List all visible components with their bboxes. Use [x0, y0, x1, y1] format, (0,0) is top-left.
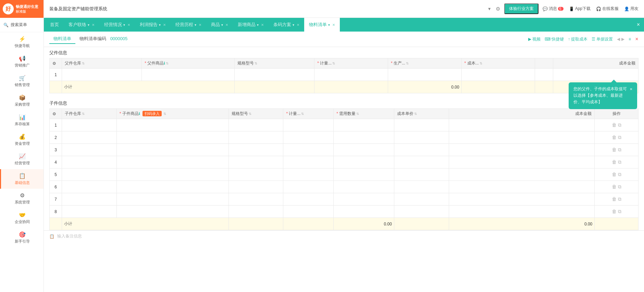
close-content-btn[interactable]: ✕	[635, 37, 639, 42]
parent-row-1-production[interactable]	[388, 69, 461, 81]
copy-icon-3[interactable]: ⧉	[618, 147, 621, 153]
child-row-1-qty[interactable]	[334, 119, 394, 131]
child-row-3-warehouse[interactable]	[62, 144, 117, 156]
child-row-4-unit-cost[interactable]	[394, 156, 449, 168]
child-row-5-qty[interactable]	[334, 168, 394, 181]
nav-next-btn[interactable]: ▶	[621, 37, 624, 42]
child-row-2-unit[interactable]	[283, 131, 334, 144]
child-row-8-qty[interactable]	[334, 206, 394, 218]
child-row-6-product[interactable]	[116, 181, 228, 193]
child-row-7-amount[interactable]	[449, 193, 595, 206]
sidebar-item-8[interactable]: ⚙系统管理	[0, 189, 44, 208]
child-row-1-unit-cost[interactable]	[394, 119, 449, 131]
delete-icon-8[interactable]: 🗑	[612, 209, 617, 214]
child-row-4-qty[interactable]	[334, 156, 394, 168]
tab-close-icon[interactable]: ✕	[199, 23, 201, 27]
app-download-btn[interactable]: 📱 App下载	[569, 6, 591, 12]
tab-close-icon[interactable]: ✕	[225, 23, 228, 27]
sidebar-item-9[interactable]: 🤝企业协同	[0, 208, 44, 228]
copy-icon-5[interactable]: ⧉	[618, 172, 621, 177]
nav-prev-btn[interactable]: ◀	[617, 37, 620, 42]
copy-icon-8[interactable]: ⧉	[618, 209, 621, 214]
child-row-5-product[interactable]	[116, 168, 228, 181]
child-row-2-warehouse[interactable]	[62, 131, 117, 144]
dropdown-arrow-icon[interactable]: ▼	[487, 7, 492, 11]
parent-row-1-warehouse[interactable]	[62, 69, 142, 81]
copy-icon-7[interactable]: ⧉	[618, 196, 621, 202]
child-row-7-product[interactable]	[116, 193, 228, 206]
child-row-5-unit-cost[interactable]	[394, 168, 449, 181]
sidebar-item-5[interactable]: 💰资金管理	[0, 130, 44, 150]
sidebar-item-3[interactable]: 📦采购管理	[0, 91, 44, 110]
search-menu-button[interactable]: 🔍 搜索菜单	[3, 21, 41, 29]
copy-icon-2[interactable]: ⧉	[618, 135, 621, 140]
child-row-6-qty[interactable]	[334, 181, 394, 193]
message-btn[interactable]: 💬 消息 6	[543, 6, 564, 12]
nav-tab-7[interactable]: 条码方案▾✕	[269, 18, 304, 32]
child-row-8-amount[interactable]	[449, 206, 595, 218]
delete-icon-3[interactable]: 🗑	[612, 147, 617, 153]
sidebar-item-4[interactable]: 📊库存核算	[0, 110, 44, 130]
tab-bill-list[interactable]: 物料清单	[49, 34, 75, 44]
online-service-btn[interactable]: 🎧 在线客服	[596, 6, 619, 12]
parent-row-1-product[interactable]	[142, 69, 235, 81]
child-row-6-amount[interactable]	[449, 181, 595, 193]
child-row-3-unit-cost[interactable]	[394, 144, 449, 156]
close-all-tabs-btn[interactable]: ×	[634, 22, 643, 28]
child-row-2-unit-cost[interactable]	[394, 131, 449, 144]
tab-close-icon[interactable]: ✕	[261, 23, 264, 27]
copy-icon-1[interactable]: ⧉	[618, 122, 621, 128]
parent-row-1-spec[interactable]	[234, 69, 314, 81]
shortcut-btn[interactable]: ⌨ 快捷键	[545, 36, 564, 42]
child-row-2-amount[interactable]	[449, 131, 595, 144]
child-row-2-qty[interactable]	[334, 131, 394, 144]
child-row-5-unit[interactable]	[283, 168, 334, 181]
tooltip-close-btn[interactable]: ×	[630, 86, 632, 93]
nav-tab-8[interactable]: 物料清单▾✕	[304, 18, 340, 32]
child-row-2-product[interactable]	[116, 131, 228, 144]
child-row-6-unit[interactable]	[283, 181, 334, 193]
child-row-8-unit-cost[interactable]	[394, 206, 449, 218]
copy-icon-6[interactable]: ⧉	[618, 184, 621, 190]
child-row-3-spec[interactable]	[228, 144, 283, 156]
sidebar-item-0[interactable]: ⚡快捷导航	[0, 32, 44, 52]
copy-icon-4[interactable]: ⧉	[618, 159, 621, 165]
child-row-8-spec[interactable]	[228, 206, 283, 218]
tab-close-icon[interactable]: ✕	[163, 23, 166, 27]
parent-row-1-unit[interactable]	[314, 69, 388, 81]
sidebar-search[interactable]: 🔍 搜索菜单	[0, 18, 44, 32]
nav-tab-2[interactable]: 经营情况▾✕	[99, 18, 135, 32]
child-row-7-qty[interactable]	[334, 193, 394, 206]
tab-close-icon[interactable]: ✕	[92, 23, 95, 27]
user-avatar[interactable]: 👤 用友	[624, 6, 639, 12]
sidebar-item-7[interactable]: 📋基础信息	[0, 169, 44, 189]
nav-tab-4[interactable]: 经营历程▾✕	[171, 18, 206, 32]
child-col-settings[interactable]: ⚙	[50, 109, 62, 119]
child-row-4-amount[interactable]	[449, 156, 595, 168]
child-row-6-warehouse[interactable]	[62, 181, 117, 193]
child-row-6-unit-cost[interactable]	[394, 181, 449, 193]
delete-icon-2[interactable]: 🗑	[612, 135, 617, 140]
child-row-2-spec[interactable]	[228, 131, 283, 144]
trial-button[interactable]: 体验行业方案	[504, 3, 538, 14]
sidebar-item-6[interactable]: 📈经营管理	[0, 150, 44, 169]
child-row-3-product[interactable]	[116, 144, 228, 156]
extract-cost-btn[interactable]: ↑ 提取成本	[568, 36, 587, 42]
child-row-8-unit[interactable]	[283, 206, 334, 218]
scan-badge[interactable]: 扫码录入	[143, 111, 162, 116]
child-row-4-warehouse[interactable]	[62, 156, 117, 168]
child-row-1-warehouse[interactable]	[62, 119, 117, 131]
delete-icon-6[interactable]: 🗑	[612, 184, 617, 190]
child-row-3-qty[interactable]	[334, 144, 394, 156]
child-row-7-unit-cost[interactable]	[394, 193, 449, 206]
child-row-4-product[interactable]	[116, 156, 228, 168]
delete-icon-4[interactable]: 🗑	[612, 159, 617, 165]
child-row-7-unit[interactable]	[283, 193, 334, 206]
nav-tab-6[interactable]: 新增商品▾✕	[233, 18, 269, 32]
child-row-5-spec[interactable]	[228, 168, 283, 181]
table-view-icon[interactable]: ≡	[629, 37, 631, 42]
sidebar-item-1[interactable]: 📢营销推广	[0, 52, 44, 71]
child-row-4-unit[interactable]	[283, 156, 334, 168]
tab-close-icon[interactable]: ✕	[127, 23, 130, 27]
child-row-5-amount[interactable]	[449, 168, 595, 181]
